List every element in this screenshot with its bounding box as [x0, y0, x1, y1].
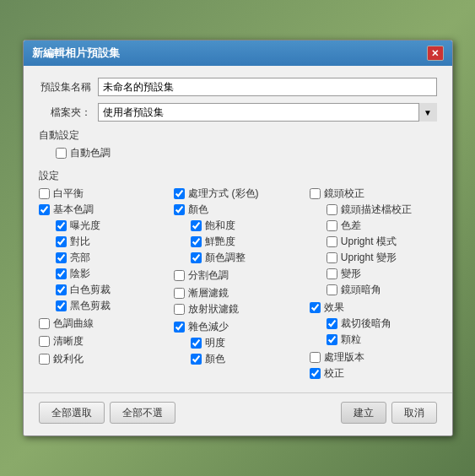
calibration-checkbox[interactable] — [310, 368, 321, 379]
dialog-footer: 全部選取 全部不選 建立 取消 — [24, 392, 452, 435]
color-grading-checkbox[interactable] — [191, 252, 202, 263]
noise-reduction-row: 雜色減少 — [174, 320, 301, 334]
select-all-button[interactable]: 全部選取 — [39, 402, 105, 424]
create-button[interactable]: 建立 — [341, 402, 386, 424]
exposure-label: 曝光度 — [70, 219, 100, 233]
white-balance-checkbox[interactable] — [39, 188, 50, 199]
col-1: 白平衡 基本色調 曝光度 對比 亮部 — [39, 187, 166, 382]
dialog-window: 新編輯相片預設集 ✕ 預設集名稱 檔案夾： 使用者預設集 ▼ 自動設定 自動色調 — [23, 40, 453, 436]
black-clip-checkbox[interactable] — [56, 300, 67, 311]
process-version-label: 處理版本 — [324, 350, 364, 365]
upright-mode-checkbox[interactable] — [327, 236, 337, 247]
highlights-checkbox[interactable] — [56, 252, 67, 263]
lens-corrections-label: 鏡頭校正 — [324, 187, 364, 201]
col-2: 處理方式 (彩色) 顏色 飽和度 鮮艷度 顏色調整 — [174, 187, 301, 382]
contrast-checkbox[interactable] — [56, 236, 67, 247]
sharpness-label: 清晰度 — [53, 334, 84, 349]
lens-profile-checkbox[interactable] — [327, 204, 337, 215]
black-clip-row: 黑色剪裁 — [56, 299, 166, 313]
auto-tone-checkbox[interactable] — [56, 148, 67, 159]
color-grading-row: 顏色調整 — [191, 251, 301, 265]
auto-settings-title: 自動設定 — [39, 128, 437, 143]
preset-name-label: 預設集名稱 — [39, 80, 98, 95]
lens-corrections-checkbox[interactable] — [310, 188, 321, 199]
saturation-checkbox[interactable] — [191, 220, 202, 231]
color-grading-label: 顏色調整 — [205, 251, 246, 265]
vibrance-checkbox[interactable] — [191, 236, 202, 247]
close-button[interactable]: ✕ — [427, 46, 444, 61]
effects-checkbox[interactable] — [310, 302, 321, 313]
lens-corrections-row: 鏡頭校正 — [310, 187, 437, 201]
vignette-row: 鏡頭暗角 — [327, 283, 437, 297]
upright-transform-row: Upright 變形 — [327, 251, 437, 265]
preset-name-row: 預設集名稱 — [39, 78, 437, 96]
settings-title: 設定 — [39, 169, 437, 183]
effects-row: 效果 — [310, 300, 437, 315]
process-version-row: 處理版本 — [310, 350, 437, 365]
color-label: 顏色 — [188, 203, 208, 217]
transform-checkbox[interactable] — [327, 268, 337, 279]
lens-profile-row: 鏡頭描述檔校正 — [327, 203, 437, 217]
basic-tone-label: 基本色調 — [53, 203, 94, 217]
shadows-checkbox[interactable] — [56, 268, 67, 279]
highlights-row: 亮部 — [56, 251, 166, 265]
col-3: 鏡頭校正 鏡頭描述檔校正 色差 Upright 模式 Upright 變形 — [310, 187, 437, 382]
sharpness-checkbox[interactable] — [39, 336, 50, 347]
preset-name-input[interactable] — [98, 78, 437, 96]
white-clip-label: 白色剪裁 — [70, 283, 111, 297]
split-tone-checkbox[interactable] — [174, 270, 185, 281]
tone-curve-checkbox[interactable] — [39, 318, 50, 329]
black-clip-label: 黑色剪裁 — [70, 299, 111, 313]
process-version-checkbox[interactable] — [310, 352, 321, 363]
dialog-title: 新編輯相片預設集 — [32, 46, 120, 61]
chromatic-aberration-checkbox[interactable] — [327, 220, 337, 231]
grain-checkbox[interactable] — [327, 334, 337, 345]
transform-row: 變形 — [327, 267, 437, 281]
shadows-label: 陰影 — [70, 267, 90, 281]
gradient-filter-checkbox[interactable] — [174, 288, 185, 299]
vignette-checkbox[interactable] — [327, 284, 337, 295]
upright-transform-checkbox[interactable] — [327, 252, 337, 263]
process-checkbox[interactable] — [174, 188, 185, 199]
radial-filter-checkbox[interactable] — [174, 304, 185, 315]
luminance-label: 明度 — [205, 336, 225, 350]
folder-select[interactable]: 使用者預設集 — [98, 103, 437, 122]
luminance-checkbox[interactable] — [191, 338, 202, 349]
chromatic-aberration-label: 色差 — [341, 219, 361, 233]
gradient-filter-label: 漸層濾鏡 — [188, 286, 229, 300]
color-nr-checkbox[interactable] — [191, 354, 202, 365]
sharpening-checkbox[interactable] — [39, 354, 50, 365]
sharpening-label: 銳利化 — [53, 352, 84, 366]
exposure-checkbox[interactable] — [56, 220, 67, 231]
upright-mode-row: Upright 模式 — [327, 235, 437, 249]
basic-tone-checkbox[interactable] — [39, 204, 50, 215]
noise-reduction-checkbox[interactable] — [174, 322, 185, 333]
tone-curve-label: 色調曲線 — [53, 316, 94, 331]
title-bar-buttons: ✕ — [427, 46, 444, 61]
grain-label: 顆粒 — [341, 333, 361, 347]
folder-row: 檔案夾： 使用者預設集 ▼ — [39, 103, 437, 122]
contrast-row: 對比 — [56, 235, 166, 249]
highlights-label: 亮部 — [70, 251, 90, 265]
color-checkbox[interactable] — [174, 204, 185, 215]
post-crop-checkbox[interactable] — [327, 318, 337, 329]
gradient-filter-row: 漸層濾鏡 — [174, 286, 301, 300]
chromatic-aberration-row: 色差 — [327, 219, 437, 233]
lens-profile-label: 鏡頭描述檔校正 — [341, 203, 412, 217]
luminance-row: 明度 — [191, 336, 301, 350]
color-nr-row: 顏色 — [191, 352, 301, 366]
white-clip-checkbox[interactable] — [56, 284, 67, 295]
dialog-body: 預設集名稱 檔案夾： 使用者預設集 ▼ 自動設定 自動色調 設定 — [24, 66, 452, 392]
calibration-label: 校正 — [324, 366, 344, 381]
vibrance-label: 鮮艷度 — [205, 235, 235, 249]
cancel-button[interactable]: 取消 — [391, 402, 437, 424]
process-label: 處理方式 (彩色) — [188, 187, 258, 201]
tone-curve-row: 色調曲線 — [39, 316, 166, 331]
exposure-row: 曝光度 — [56, 219, 166, 233]
calibration-row: 校正 — [310, 366, 437, 381]
upright-transform-label: Upright 變形 — [341, 251, 397, 265]
white-balance-label: 白平衡 — [53, 187, 84, 201]
grain-row: 顆粒 — [327, 333, 437, 347]
color-nr-label: 顏色 — [205, 352, 225, 366]
select-none-button[interactable]: 全部不選 — [110, 402, 175, 424]
